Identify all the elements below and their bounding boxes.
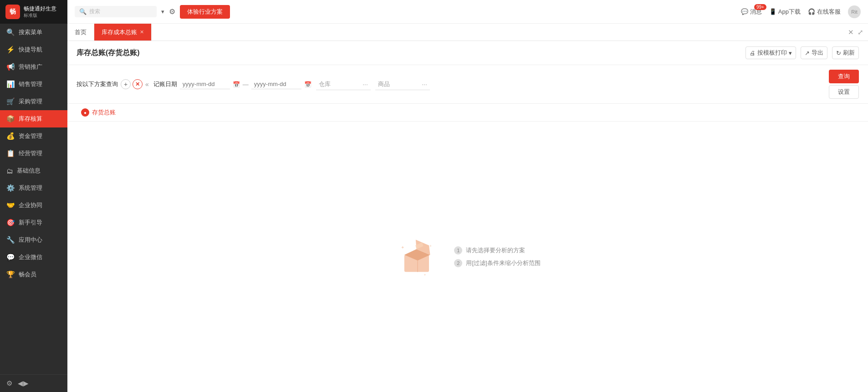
date-separator: — <box>243 81 249 88</box>
filter-label: 按以下方案查询 <box>77 80 118 88</box>
export-label: 导出 <box>812 49 823 57</box>
app-name: 畅捷通好生意 <box>24 5 56 13</box>
sales-icon: 📊 <box>6 80 15 88</box>
panel-close-btn[interactable]: ✕ <box>848 28 854 36</box>
date-start-input[interactable] <box>180 79 230 89</box>
topbar: 🔍 搜索 ▾ ⚙ 体验行业方案 💬 消息 99+ 📱 App下载 🎧 <box>67 0 868 24</box>
scheme-item-label: 存货总账 <box>92 108 116 117</box>
calendar-start-icon[interactable]: 📅 <box>233 81 240 88</box>
tabs-bar: 首页 库存成本总账 ✕ ✕ ⤢ <box>67 24 868 41</box>
search-placeholder: 搜索 <box>89 8 100 15</box>
filter-collapse-icon[interactable]: « <box>145 81 149 88</box>
refresh-label: 刷新 <box>843 49 855 57</box>
product-filter[interactable]: 商品 ··· <box>375 79 430 90</box>
scheme-item-inventory[interactable]: ● 存货总账 <box>77 107 120 118</box>
filter-add-btn[interactable]: + <box>121 79 131 89</box>
gear-icon[interactable]: ⚙ <box>169 7 175 16</box>
tab-inventory-ledger[interactable]: 库存成本总账 ✕ <box>94 24 152 41</box>
tab-home[interactable]: 首页 <box>67 24 94 41</box>
business-icon: 📋 <box>6 149 15 158</box>
appcenter-icon: 🔧 <box>6 236 15 244</box>
warehouse-filter[interactable]: 仓库 ··· <box>316 79 371 90</box>
user-avatar[interactable]: Rit <box>848 5 861 18</box>
panel-resize-btn[interactable]: ⤢ <box>858 28 863 36</box>
warehouse-label: 仓库 <box>319 80 361 88</box>
filter-settings-btn[interactable]: 设置 <box>829 85 859 99</box>
filter-clear-btn[interactable]: ✕ <box>133 79 143 89</box>
sidebar-item-appcenter[interactable]: 🔧 应用中心 <box>0 231 67 249</box>
online-service-btn[interactable]: 🎧 在线客服 <box>808 8 841 16</box>
export-icon: ↗ <box>805 50 810 56</box>
date-end-input[interactable] <box>251 79 301 89</box>
empty-state: ✦ ✦ ✦ 1 请先选择要分析的方案 2 用[过滤]条件来缩小分析范围 <box>67 122 868 392</box>
print-template-label: 按模板打印 <box>757 49 787 57</box>
main-content: 🔍 搜索 ▾ ⚙ 体验行业方案 💬 消息 99+ 📱 App下载 🎧 <box>67 0 868 392</box>
logo-icon: 畅 <box>5 5 20 19</box>
chevron-down-icon: ▾ <box>789 50 792 56</box>
app-version: 标准版 <box>24 12 56 19</box>
sidebar-item-quicknav[interactable]: ⚡ 快捷导航 <box>0 41 67 58</box>
trial-industry-btn[interactable]: 体验行业方案 <box>180 5 230 19</box>
page-content: 库存总账(存货总账) 🖨 按模板打印 ▾ ↗ 导出 ↻ 刷新 <box>67 41 868 392</box>
sidebar-item-newguide[interactable]: 🎯 新手引导 <box>0 214 67 231</box>
tip-number-2: 2 <box>454 259 462 267</box>
page-title: 库存总账(存货总账) <box>77 48 140 58</box>
topbar-right: 💬 消息 99+ 📱 App下载 🎧 在线客服 Rit <box>741 5 861 18</box>
filter-actions: + ✕ <box>121 79 143 89</box>
sidebar-item-label: 基础信息 <box>17 167 41 175</box>
settings-footer-btn[interactable]: ⚙ <box>6 379 12 387</box>
sidebar-item-label: 采购管理 <box>19 97 42 106</box>
header-actions: 🖨 按模板打印 ▾ ↗ 导出 ↻ 刷新 <box>745 46 859 59</box>
sidebar-item-system[interactable]: ⚙️ 系统管理 <box>0 179 67 197</box>
collapse-sidebar-btn[interactable]: ◀▶ <box>18 379 29 387</box>
tab-close-icon[interactable]: ✕ <box>140 29 144 35</box>
tab-home-label: 首页 <box>75 28 87 36</box>
refresh-btn[interactable]: ↻ 刷新 <box>832 46 859 59</box>
sidebar-item-marketing[interactable]: 📢 营销推广 <box>0 58 67 76</box>
tip-number-1: 1 <box>454 246 462 255</box>
sidebar-item-cooperation[interactable]: 🤝 企业协同 <box>0 197 67 214</box>
search-bar[interactable]: 🔍 搜索 <box>75 6 157 17</box>
warehouse-more-icon[interactable]: ··· <box>363 81 368 88</box>
sidebar-item-label: 应用中心 <box>19 236 42 244</box>
sidebar-item-finance[interactable]: 💰 资金管理 <box>0 127 67 145</box>
purchase-icon: 🛒 <box>6 97 15 106</box>
sidebar-item-search[interactable]: 🔍 搜索菜单 <box>0 24 67 41</box>
sidebar-item-label: 系统管理 <box>19 184 42 192</box>
product-more-icon[interactable]: ··· <box>422 81 427 88</box>
system-icon: ⚙️ <box>6 184 15 192</box>
sidebar-item-inventory[interactable]: 📦 库存核算 <box>0 110 67 127</box>
tabs-right-controls: ✕ ⤢ <box>843 28 868 36</box>
export-btn[interactable]: ↗ 导出 <box>801 46 827 59</box>
sidebar-item-purchase[interactable]: 🛒 采购管理 <box>0 93 67 110</box>
sidebar-item-member[interactable]: 🏆 畅会员 <box>0 266 67 283</box>
print-icon: 🖨 <box>750 50 756 56</box>
sidebar-item-business[interactable]: 📋 经营管理 <box>0 145 67 162</box>
headset-icon: 🎧 <box>808 8 815 15</box>
phone-icon: 📱 <box>769 8 776 15</box>
empty-tip-2: 2 用[过滤]条件来缩小分析范围 <box>454 259 540 267</box>
tip-text-2: 用[过滤]条件来缩小分析范围 <box>466 259 540 267</box>
sidebar-item-label: 企业协同 <box>19 201 42 209</box>
member-icon: 🏆 <box>6 270 15 279</box>
sidebar-item-wechat[interactable]: 💬 企业微信 <box>0 249 67 266</box>
sidebar-item-label: 搜索菜单 <box>19 28 42 36</box>
app-download-label: App下载 <box>778 8 801 16</box>
sidebar-item-sales[interactable]: 📊 销售管理 <box>0 76 67 93</box>
query-btn[interactable]: 查询 <box>829 70 859 83</box>
calendar-end-icon[interactable]: 📅 <box>304 81 311 88</box>
sidebar-item-basic[interactable]: 🗂 基础信息 <box>0 162 67 179</box>
empty-tips: 1 请先选择要分析的方案 2 用[过滤]条件来缩小分析范围 <box>454 246 540 267</box>
sidebar-item-label: 库存核算 <box>19 115 42 123</box>
dropdown-icon[interactable]: ▾ <box>161 8 164 15</box>
sidebar: 畅 畅捷通好生意 标准版 🔍 搜索菜单 ⚡ 快捷导航 📢 营销推广 📊 销售管理… <box>0 0 67 392</box>
app-download-btn[interactable]: 📱 App下载 <box>769 8 801 16</box>
quicknav-icon: ⚡ <box>6 46 15 54</box>
print-template-btn[interactable]: 🖨 按模板打印 ▾ <box>745 46 796 59</box>
message-btn[interactable]: 💬 消息 99+ <box>741 8 762 16</box>
app-logo: 畅 畅捷通好生意 标准版 <box>0 0 67 24</box>
cooperation-icon: 🤝 <box>6 201 15 209</box>
sidebar-item-label: 资金管理 <box>19 132 42 140</box>
basic-icon: 🗂 <box>6 167 13 175</box>
content-header: 库存总账(存货总账) 🖨 按模板打印 ▾ ↗ 导出 ↻ 刷新 <box>67 41 868 65</box>
